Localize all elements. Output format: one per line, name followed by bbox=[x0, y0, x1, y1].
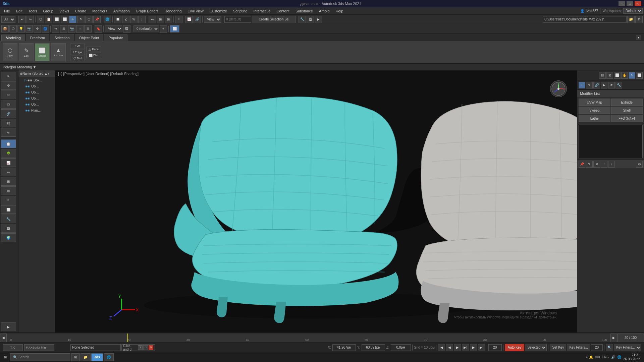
environment-btn[interactable]: 🌍 bbox=[1, 233, 16, 242]
border-btn[interactable]: ⬡ Brd bbox=[70, 56, 85, 61]
create-light-btn[interactable]: 💡 bbox=[17, 25, 25, 33]
active-viewport-btn[interactable]: ⬜ bbox=[170, 25, 179, 33]
polygon-modeling-arrow[interactable]: ▼ bbox=[33, 65, 36, 69]
array-btn[interactable]: ⊞ bbox=[60, 25, 67, 33]
menu-scripting[interactable]: Scripting bbox=[230, 8, 250, 14]
scene-item-plane[interactable]: ◉◉ Plan... bbox=[18, 107, 55, 113]
network-icon[interactable]: 🌐 bbox=[617, 355, 621, 359]
auto-key-btn[interactable]: Auto Key bbox=[505, 344, 525, 351]
array-left-btn[interactable]: ⊞ bbox=[1, 177, 16, 186]
reference-coord-btn[interactable]: 🌐 bbox=[104, 16, 111, 23]
timeline-prev-btn[interactable]: ◀ bbox=[0, 334, 7, 342]
mod-highlight-btn[interactable]: ✎ bbox=[586, 161, 593, 168]
timeline-track[interactable]: 0 10 20 30 40 50 60 70 80 90 100 bbox=[7, 334, 610, 342]
zoom-extents-btn[interactable]: ⊡ bbox=[599, 72, 606, 79]
options-btn[interactable]: ⚙ bbox=[635, 16, 643, 23]
quick-render-btn[interactable]: ▶ bbox=[315, 16, 322, 23]
chrome-taskbar-btn[interactable]: 🌐 bbox=[104, 353, 114, 361]
zoom-all-btn[interactable]: ⊠ bbox=[606, 72, 613, 79]
filter-dropdown[interactable]: Key Filters... bbox=[614, 344, 641, 351]
x-coord-input[interactable] bbox=[332, 344, 356, 351]
pan-btn[interactable]: ✋ bbox=[621, 72, 628, 79]
rotate-tool-btn[interactable]: ↻ bbox=[1, 90, 16, 99]
select-move-btn[interactable]: ✛ bbox=[69, 16, 76, 23]
scale-btn[interactable]: ⬡ bbox=[85, 16, 93, 23]
mod-configure-btn[interactable]: ⚙ bbox=[636, 161, 643, 168]
snapshot-btn[interactable]: 📷 bbox=[68, 25, 75, 33]
spacing-btn[interactable]: ↔ bbox=[76, 25, 84, 33]
cmd-motion-btn[interactable]: ▶ bbox=[601, 82, 607, 88]
cmd-hierarchy-btn[interactable]: 🔗 bbox=[593, 82, 600, 88]
view-align-btn[interactable]: ⊞ bbox=[165, 16, 172, 23]
path-input[interactable] bbox=[543, 16, 627, 23]
set-key-btn[interactable]: Set Key bbox=[550, 344, 566, 351]
scale-tool-btn[interactable]: ⬡ bbox=[1, 100, 16, 109]
maxscript-mini-btn[interactable]: MAXScript Mini bbox=[24, 344, 54, 351]
ribbon-tab-modeling[interactable]: Modeling bbox=[1, 35, 25, 41]
create-shape-btn[interactable]: ⬠ bbox=[9, 25, 17, 33]
menu-file[interactable]: File bbox=[1, 8, 13, 14]
align-left-btn[interactable]: ⊞ bbox=[1, 186, 16, 195]
scene-explorer-btn[interactable]: 🌳 bbox=[1, 149, 16, 158]
menu-interactive[interactable]: Interactive bbox=[251, 8, 273, 14]
browse-btn[interactable]: 📁 bbox=[627, 16, 635, 23]
z-coord-input[interactable] bbox=[391, 344, 411, 351]
selected-dropdown[interactable]: Selected bbox=[525, 344, 547, 351]
select-tool-btn[interactable]: ↖ bbox=[1, 72, 16, 80]
maximize-button[interactable]: □ bbox=[627, 1, 633, 6]
mod-ffd-btn[interactable]: FFD 3x4x4 bbox=[611, 115, 643, 122]
mod-lathe-btn[interactable]: Lathe bbox=[579, 115, 610, 122]
render-setup-btn[interactable]: 🔧 bbox=[299, 16, 306, 23]
menu-help[interactable]: Help bbox=[333, 8, 346, 14]
menu-modifiers[interactable]: Modifiers bbox=[90, 8, 110, 14]
menu-animation[interactable]: Animation bbox=[111, 8, 132, 14]
menu-tools[interactable]: Tools bbox=[26, 8, 40, 14]
menu-rendering[interactable]: Rendering bbox=[162, 8, 184, 14]
mod-extrude-btn[interactable]: Extrude bbox=[611, 99, 643, 106]
material-editor-btn[interactable]: ⬜ bbox=[1, 205, 16, 214]
y-coord-input[interactable] bbox=[362, 344, 385, 351]
selection-set-dropdown[interactable]: All bbox=[1, 16, 15, 23]
ribbon-btn-polygon[interactable]: ⬡ Poly bbox=[3, 43, 17, 61]
cmd-display-btn[interactable]: 👁 bbox=[608, 82, 615, 88]
zoom-input[interactable] bbox=[591, 344, 603, 351]
layer-manager-btn[interactable]: ≡ bbox=[175, 16, 182, 23]
ribbon-tab-object-paint[interactable]: Object Paint bbox=[75, 35, 104, 41]
vertex-btn[interactable]: ⦁ Vrt bbox=[70, 44, 85, 49]
mod-shell-btn[interactable]: Shell bbox=[611, 107, 643, 114]
ribbon-tab-selection[interactable]: Selection bbox=[50, 35, 74, 41]
scene-item-box[interactable]: ▷ ◉◉ Box... bbox=[18, 77, 55, 83]
scene-item-obj4[interactable]: ◉◉ Obj... bbox=[18, 101, 55, 107]
ribbon-collapse-btn[interactable]: ▼ bbox=[636, 35, 641, 40]
render-frame-left-btn[interactable]: 🖼 bbox=[1, 224, 16, 233]
redo-button[interactable]: ↪ bbox=[26, 16, 34, 23]
schematic-view-btn[interactable]: 🔗 bbox=[194, 16, 201, 23]
taskbar-search-btn[interactable]: 🔍 Search bbox=[10, 353, 70, 361]
search-btn[interactable]: 🔍 bbox=[606, 344, 613, 351]
select-by-name-btn[interactable]: 📋 bbox=[45, 16, 52, 23]
viewport[interactable]: [+] [Perspective] [User Defined] [Defaul… bbox=[55, 70, 577, 333]
zoom-region-btn[interactable]: ⬜ bbox=[614, 72, 621, 79]
menu-customize[interactable]: Customize bbox=[207, 8, 230, 14]
start-button[interactable]: ⊞ bbox=[1, 353, 9, 361]
scene-item-obj3[interactable]: ◉◉ Obj... bbox=[18, 95, 55, 101]
link-tool-btn[interactable]: 🔗 bbox=[1, 109, 16, 118]
menu-graph-editors[interactable]: Graph Editors bbox=[133, 8, 161, 14]
task-view-btn[interactable]: ⊞ bbox=[71, 353, 80, 361]
menu-edit[interactable]: Edit bbox=[13, 8, 25, 14]
create-space-btn[interactable]: 🌀 bbox=[42, 25, 49, 33]
orbit-btn[interactable]: ↻ bbox=[629, 72, 635, 79]
menu-content[interactable]: Content bbox=[274, 8, 292, 14]
align-btn[interactable]: ⊞ bbox=[157, 16, 164, 23]
minimize-button[interactable]: ─ bbox=[619, 1, 625, 6]
viewport-gizmo[interactable]: X Y Z bbox=[550, 80, 567, 97]
create-camera-btn[interactable]: 📷 bbox=[25, 25, 33, 33]
toggle-ui-btn[interactable]: ≡ bbox=[1, 196, 16, 204]
3dsmax-taskbar-btn[interactable]: 3ds bbox=[91, 353, 103, 361]
file-explorer-btn[interactable]: 📁 bbox=[80, 353, 91, 361]
cmd-modify-btn[interactable]: ✎ bbox=[586, 82, 593, 88]
spinner-snap-btn[interactable]: ⋮ bbox=[138, 16, 146, 23]
mod-uwv-map-btn[interactable]: UVW Map bbox=[579, 99, 610, 106]
place-btn[interactable]: 📌 bbox=[93, 16, 101, 23]
mod-delete-btn[interactable]: ✕ bbox=[593, 161, 600, 168]
